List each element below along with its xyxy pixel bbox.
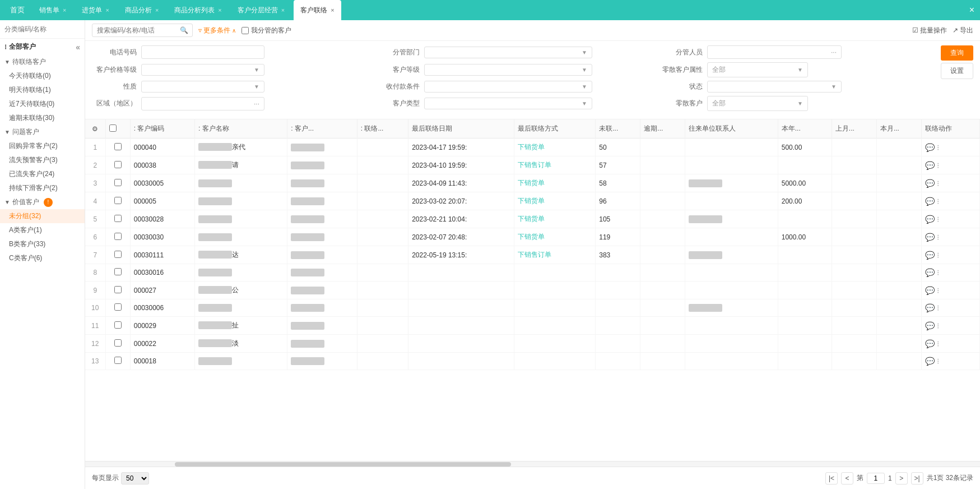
nav-tab-sales[interactable]: 销售单 × (32, 0, 73, 20)
chat-action-icon[interactable]: 💬 (925, 161, 935, 170)
grid-action-icon[interactable]: ⁝ (937, 215, 939, 224)
next-page-button[interactable]: > (895, 472, 908, 485)
method-link[interactable]: 下销售订单 (518, 251, 551, 259)
sidebar-item-7days[interactable]: 近7天待联络(0) (0, 97, 85, 111)
nav-tab-product-analysis[interactable]: 商品分析 × (118, 0, 165, 20)
scrollbar-thumb[interactable] (175, 462, 511, 467)
refresh-badge[interactable]: ! (44, 198, 53, 207)
close-icon[interactable]: × (331, 7, 334, 13)
sidebar-item-churn-warning[interactable]: 流失预警客户(3) (0, 153, 85, 167)
manager-select[interactable]: ··· (707, 45, 842, 59)
chat-action-icon[interactable]: 💬 (925, 303, 935, 312)
sidebar-item-class-b[interactable]: B类客户(33) (0, 237, 85, 251)
chat-action-icon[interactable]: 💬 (925, 215, 935, 224)
col-last-month[interactable]: 上月... (832, 119, 876, 139)
horizontal-scrollbar[interactable] (85, 461, 980, 467)
nature-select[interactable]: ▼ (141, 81, 264, 93)
grid-action-icon[interactable]: ⁝ (937, 233, 939, 242)
more-icon[interactable]: ··· (831, 48, 837, 56)
customer-level-select[interactable]: ▼ (424, 64, 592, 76)
status-select[interactable]: ▼ (707, 81, 842, 93)
sidebar-item-ungroup[interactable]: 未分组(32) (0, 209, 85, 223)
nav-tab-product-list[interactable]: 商品分析列表 × (168, 0, 228, 20)
grid-action-icon[interactable]: ⁝ (937, 357, 939, 366)
chat-action-icon[interactable]: 💬 (925, 197, 935, 206)
chat-action-icon[interactable]: 💬 (925, 143, 935, 152)
method-link[interactable]: 下销货单 (518, 179, 545, 187)
row-checkbox[interactable] (105, 282, 130, 299)
row-checkbox[interactable] (105, 264, 130, 282)
scattered-attr-select[interactable]: 全部 ▼ (707, 62, 808, 77)
col-checkbox[interactable] (105, 119, 130, 139)
sidebar-item-class-c[interactable]: C类客户(6) (0, 251, 85, 265)
col-contact-person[interactable]: 往来单位联系人 (685, 119, 778, 139)
col-last-date[interactable]: 最后联络日期 (408, 119, 514, 139)
region-select[interactable]: ··· (141, 97, 264, 110)
col-customer-type[interactable]: : 客户... (287, 119, 357, 139)
query-button[interactable]: 查询 (941, 45, 973, 61)
sidebar-item-overdue[interactable]: 逾期未联络(30) (0, 111, 85, 125)
col-this-month[interactable]: 本月... (876, 119, 921, 139)
payment-select[interactable]: ▼ (424, 81, 592, 93)
row-checkbox[interactable] (105, 192, 130, 210)
close-icon[interactable]: × (281, 7, 285, 13)
grid-action-icon[interactable]: ⁝ (937, 339, 939, 348)
sidebar-item-declining[interactable]: 持续下滑客户(2) (0, 181, 85, 195)
grid-action-icon[interactable]: ⁝ (937, 143, 939, 152)
sidebar-item-today[interactable]: 今天待联络(0) (0, 69, 85, 83)
row-checkbox[interactable] (105, 353, 130, 370)
close-all-button[interactable]: × (969, 5, 974, 15)
grid-action-icon[interactable]: ⁝ (937, 303, 939, 312)
more-conditions-button[interactable]: ▿ 更多条件 ∧ (198, 26, 236, 35)
grid-action-icon[interactable]: ⁝ (937, 286, 939, 295)
phone-input[interactable] (141, 45, 264, 59)
nav-tab-customer-tier[interactable]: 客户分层经营 × (231, 0, 291, 20)
col-unlink[interactable]: 未联... (596, 119, 640, 139)
grid-action-icon[interactable]: ⁝ (937, 268, 939, 277)
method-link[interactable]: 下销货单 (518, 233, 545, 241)
price-level-select[interactable]: ▼ (141, 64, 264, 76)
chat-action-icon[interactable]: 💬 (925, 339, 935, 348)
select-all-checkbox[interactable] (109, 124, 117, 132)
batch-operation-button[interactable]: ☑ 批量操作 (912, 26, 947, 35)
col-name[interactable]: : 客户名称 (195, 119, 287, 139)
my-customers-label[interactable]: 我分管的客户 (241, 26, 291, 35)
row-checkbox[interactable] (105, 335, 130, 353)
method-link[interactable]: 下销货单 (518, 197, 545, 205)
grid-action-icon[interactable]: ⁝ (937, 321, 939, 330)
all-customers-header[interactable]: ⁝ 全部客户 « (0, 39, 85, 55)
close-icon[interactable]: × (218, 7, 221, 13)
row-checkbox[interactable] (105, 246, 130, 264)
col-this-year[interactable]: 本年... (778, 119, 832, 139)
chat-action-icon[interactable]: 💬 (925, 251, 935, 260)
col-code[interactable]: : 客户编码 (130, 119, 194, 139)
chat-action-icon[interactable]: 💬 (925, 357, 935, 366)
collapse-icon[interactable]: « (76, 43, 80, 52)
sidebar-item-churned[interactable]: 已流失客户(24) (0, 167, 85, 181)
chat-action-icon[interactable]: 💬 (925, 179, 935, 188)
page-number-input[interactable] (867, 473, 885, 484)
chat-action-icon[interactable]: 💬 (925, 321, 935, 330)
grid-action-icon[interactable]: ⁝ (937, 251, 939, 260)
dept-select[interactable]: ▼ (424, 47, 592, 58)
search-input[interactable] (92, 24, 193, 37)
search-submit-icon[interactable]: 🔍 (180, 26, 188, 34)
page-size-select[interactable]: 50 100 (121, 472, 149, 485)
close-icon[interactable]: × (63, 7, 66, 13)
row-checkbox[interactable] (105, 210, 130, 228)
my-customers-checkbox[interactable] (241, 27, 249, 34)
sidebar-item-class-a[interactable]: A类客户(1) (0, 223, 85, 237)
grid-action-icon[interactable]: ⁝ (937, 197, 939, 206)
method-link[interactable]: 下销货单 (518, 143, 545, 151)
row-checkbox[interactable] (105, 156, 130, 174)
grid-action-icon[interactable]: ⁝ (937, 179, 939, 188)
sidebar-item-tomorrow[interactable]: 明天待联络(1) (0, 83, 85, 97)
chat-action-icon[interactable]: 💬 (925, 233, 935, 242)
close-icon[interactable]: × (155, 7, 159, 13)
close-icon[interactable]: × (105, 7, 109, 13)
row-checkbox[interactable] (105, 139, 130, 156)
row-checkbox[interactable] (105, 174, 130, 192)
row-checkbox[interactable] (105, 299, 130, 317)
export-button[interactable]: ↗ 导出 (953, 26, 973, 35)
col-overdue[interactable]: 逾期... (640, 119, 685, 139)
